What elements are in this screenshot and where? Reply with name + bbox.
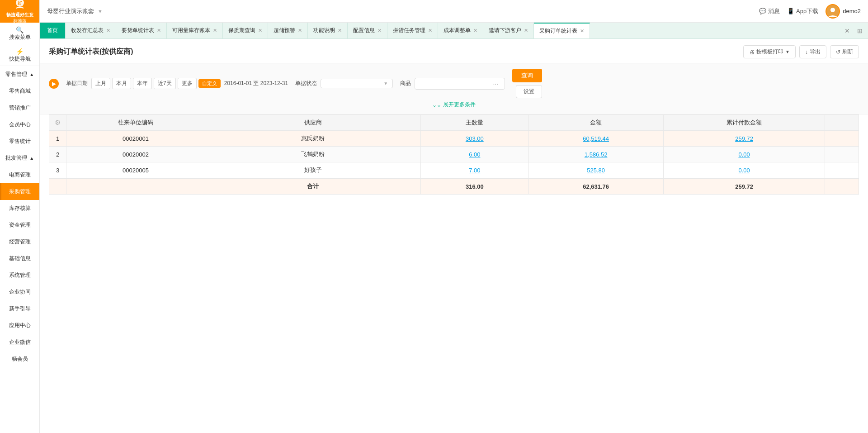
tab-keyongliang[interactable]: 可用量库存账本 ✕ (167, 23, 223, 38)
sidebar-item-marketing[interactable]: 营销推广 (0, 100, 39, 116)
sidebar-item-appcenter[interactable]: 应用中心 (0, 317, 39, 334)
tab-pinhuo-label: 拼货任务管理 (393, 27, 425, 34)
col-amount-header: 金额 (528, 115, 663, 131)
workspace-name: 母婴行业演示账套 (47, 7, 94, 15)
row3-amount-link[interactable]: 525.80 (587, 167, 605, 174)
sidebar-item-finance[interactable]: 资金管理 (0, 217, 39, 233)
tab-home[interactable]: 首页 (40, 23, 66, 38)
app-download-button[interactable]: 📱 App下载 (787, 7, 818, 15)
query-button[interactable]: 查询 (512, 69, 542, 82)
expand-more-button[interactable]: ⌄⌄ 展开更多条件 (49, 98, 859, 109)
tab-close-icon[interactable]: ✕ (213, 28, 217, 33)
col-supplier-header: 供应商 (205, 115, 421, 131)
tabbar-maximize-btn[interactable]: ⊞ (855, 26, 864, 35)
sidebar-item-basics[interactable]: 基础信息 (0, 250, 39, 267)
tab-close-icon[interactable]: ✕ (338, 28, 342, 33)
row1-paid-link[interactable]: 259.72 (735, 135, 753, 142)
message-button[interactable]: 💬 消息 (759, 7, 780, 15)
date-btn-this-month[interactable]: 本月 (112, 78, 131, 89)
sidebar-item-ecommerce[interactable]: 电商管理 (0, 167, 39, 183)
footer-empty1 (49, 178, 66, 195)
goods-input[interactable]: ··· (415, 78, 505, 90)
sidebar-item-member[interactable]: 会员中心 (0, 116, 39, 133)
row2-amount-link[interactable]: 1,586.52 (585, 151, 608, 158)
filter-area: ▶ 单据日期 上月 本月 本年 近7天 更多 自定义 2016-01-01 至 … (40, 63, 868, 114)
sidebar-item-retail-shop[interactable]: 零售商城 (0, 83, 39, 100)
tab-gongneng-label: 功能说明 (313, 27, 335, 34)
app-logo: 好 畅捷通好生意 标准版 (0, 0, 39, 23)
tab-baozhi[interactable]: 保质期查询 ✕ (223, 23, 268, 38)
sidebar-item-inventory[interactable]: 库存核算 (0, 200, 39, 217)
tab-pinhuo[interactable]: 拼货任务管理 ✕ (387, 23, 438, 38)
refresh-icon: ↺ (836, 49, 840, 55)
row1-qty-link[interactable]: 303.00 (466, 135, 484, 142)
logo-icon: 好 (13, 0, 27, 11)
row2-paid-link[interactable]: 0.00 (738, 151, 750, 158)
export-button[interactable]: ↓ 导出 (799, 45, 826, 58)
row2-qty-link[interactable]: 6.00 (469, 151, 480, 158)
workspace-selector[interactable]: 母婴行业演示账套 ▼ (47, 7, 103, 15)
sidebar-item-vip[interactable]: 畅会员 (0, 351, 39, 367)
user-menu[interactable]: demo2 (826, 4, 861, 19)
svg-point-3 (830, 8, 835, 12)
row1-no: 1 (49, 131, 66, 147)
date-btn-7days[interactable]: 近7天 (154, 78, 176, 89)
sidebar-item-system[interactable]: 系统管理 (0, 267, 39, 284)
sidebar-item-quicknav[interactable]: ⚡ 快捷导航 (0, 45, 39, 66)
row3-qty: 7.00 (421, 162, 529, 179)
tab-peizhi[interactable]: 配置信息 ✕ (348, 23, 387, 38)
app-icon: 📱 (787, 8, 794, 14)
row2-code: 00020002 (66, 147, 205, 162)
sidebar-item-enterprise[interactable]: 企业协同 (0, 284, 39, 300)
tab-close-icon[interactable]: ✕ (377, 28, 382, 33)
tab-close-icon[interactable]: ✕ (473, 28, 477, 33)
tab-shoufahuizong[interactable]: 收发存汇总表 ✕ (66, 23, 116, 38)
col-qty-header: 主数量 (421, 115, 529, 131)
tab-close-icon[interactable]: ✕ (428, 28, 432, 33)
row3-qty-link[interactable]: 7.00 (469, 167, 480, 174)
status-filter-group: 单据状态 ▼ (295, 79, 393, 88)
sidebar-item-retail-stat[interactable]: 零售统计 (0, 133, 39, 150)
tab-close-icon[interactable]: ✕ (524, 28, 528, 33)
date-btn-more[interactable]: 更多 (178, 78, 197, 89)
tab-chaochuyujing[interactable]: 超储预警 ✕ (268, 23, 308, 38)
sidebar-item-operations[interactable]: 经营管理 (0, 233, 39, 250)
filter-toggle-button[interactable]: ▶ (49, 79, 59, 89)
sidebar-item-retail[interactable]: 零售管理 ▲ (0, 66, 39, 83)
tab-close-icon[interactable]: ✕ (298, 28, 302, 33)
sidebar-item-wechat[interactable]: 企业微信 (0, 334, 39, 351)
tab-close-active-icon[interactable]: ✕ (580, 28, 584, 34)
footer-empty2 (66, 178, 205, 195)
tab-yaoqing[interactable]: 邀请下游客户 ✕ (483, 23, 534, 38)
tab-gongneng[interactable]: 功能说明 ✕ (308, 23, 348, 38)
tab-close-icon[interactable]: ✕ (258, 28, 262, 33)
tab-caigou[interactable]: 采购订单统计表 ✕ (534, 23, 590, 38)
tab-yaohuotong[interactable]: 要货单统计表 ✕ (116, 23, 167, 38)
tabbar-end: ✕ ⊞ (839, 23, 868, 38)
tab-close-icon[interactable]: ✕ (157, 28, 161, 33)
row3-paid-link[interactable]: 0.00 (738, 167, 750, 174)
sidebar-item-purchase[interactable]: 采购管理 (0, 183, 39, 200)
row2-no: 2 (49, 147, 66, 162)
date-filter-label: 单据日期 (66, 80, 88, 87)
sidebar-item-search[interactable]: 🔍 搜索菜单 (0, 23, 39, 45)
row2-paid: 0.00 (663, 147, 825, 162)
status-select[interactable]: ▼ (321, 79, 393, 88)
gear-icon[interactable]: ⚙ (55, 119, 61, 126)
row1-amount-link[interactable]: 60,519.44 (583, 135, 609, 142)
ellipsis-icon[interactable]: ··· (491, 80, 500, 87)
expand-more-label: 展开更多条件 (443, 101, 476, 109)
chevron-down-icon: ▼ (383, 81, 388, 86)
print-button[interactable]: 🖨 按模板打印 ▼ (743, 45, 796, 58)
tab-close-icon[interactable]: ✕ (106, 28, 110, 33)
message-label: 消息 (768, 7, 780, 15)
tabbar-close-btn[interactable]: ✕ (843, 26, 852, 35)
sidebar: 好 畅捷通好生意 标准版 🔍 搜索菜单 ⚡ 快捷导航 零售管理 ▲ 零售商城 营… (0, 0, 40, 433)
sidebar-item-batch[interactable]: 批发管理 ▲ (0, 150, 39, 167)
set-button[interactable]: 设置 (516, 85, 542, 98)
date-btn-last-month[interactable]: 上月 (91, 78, 110, 89)
refresh-button[interactable]: ↺ 刷新 (830, 45, 859, 58)
sidebar-item-newguide[interactable]: 新手引导 (0, 300, 39, 317)
tab-chengben[interactable]: 成本调整单 ✕ (438, 23, 483, 38)
date-btn-this-year[interactable]: 本年 (133, 78, 152, 89)
